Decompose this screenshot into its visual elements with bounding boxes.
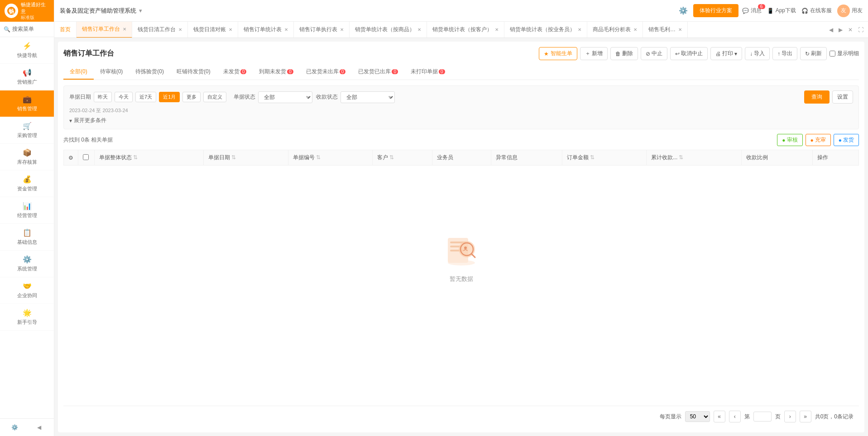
query-btn[interactable]: 查询 xyxy=(804,90,830,104)
date-btn-more[interactable]: 更多 xyxy=(182,92,201,102)
tab-close-order-exec[interactable]: ✕ xyxy=(340,27,344,32)
delete-btn[interactable]: 🗑 删除 xyxy=(610,47,638,60)
user-btn[interactable]: 友 用友 xyxy=(837,5,863,17)
tab-sales-staff[interactable]: 销货单统计表（按业务员） ✕ xyxy=(504,22,587,38)
sidebar-search[interactable]: 🔍 搜索菜单 xyxy=(0,22,54,37)
tab-close-sales-workbench[interactable]: ✕ xyxy=(123,27,126,32)
sidebar-item-purchase[interactable]: 🛒 采购管理 xyxy=(0,117,54,144)
tab-close-order-stats[interactable]: ✕ xyxy=(284,27,288,32)
tab-order-exec[interactable]: 销售订单执行表 ✕ xyxy=(294,22,350,38)
tab-order-stats[interactable]: 销售订单统计表 ✕ xyxy=(238,22,294,38)
tab-prev-btn[interactable]: ◀ xyxy=(827,26,835,34)
sidebar-item-finance[interactable]: 💰 资金管理 xyxy=(0,171,54,197)
date-btn-custom[interactable]: 自定义 xyxy=(203,92,226,102)
print-btn[interactable]: 🖨 打印 ▾ xyxy=(710,47,742,60)
subtab-shipped-out[interactable]: 已发货已出库0 xyxy=(352,65,404,80)
tab-reconcile[interactable]: 钱货日清对账 ✕ xyxy=(188,22,238,38)
tab-daily-clear[interactable]: 钱货日清工作台 ✕ xyxy=(132,22,188,38)
subtab-wangpu-ship[interactable]: 旺铺待发货(0) xyxy=(170,65,217,80)
export-btn[interactable]: ↑ 导出 xyxy=(772,47,797,60)
col-amount[interactable]: 订单金额⇅ xyxy=(562,150,647,166)
sidebar-item-newbie[interactable]: 🌟 新手引导 xyxy=(0,304,54,331)
tab-sales-profit[interactable]: 销售毛利… ✕ xyxy=(643,22,688,38)
sidebar-item-sales[interactable]: 💼 销售管理 xyxy=(0,90,54,117)
tab-close-sales-customer[interactable]: ✕ xyxy=(495,27,499,32)
page-header: 销售订单工作台 ★ 智能生单 ＋ 新增 🗑 删除 ⊘ xyxy=(63,47,859,60)
page-number-input[interactable]: 1 xyxy=(753,412,772,422)
col-staff[interactable]: 业务员 xyxy=(432,150,491,166)
tab-close-sales-product[interactable]: ✕ xyxy=(417,27,421,32)
cancel-stop-btn[interactable]: ↩ 取消中止 xyxy=(670,47,708,60)
show-detail-input[interactable] xyxy=(830,51,835,57)
app-download-btn[interactable]: 📱 App下载 xyxy=(767,7,796,14)
col-payment[interactable]: 累计收款...⇅ xyxy=(647,150,741,166)
col-settings[interactable]: ⚙ xyxy=(64,150,78,166)
date-btn-today[interactable]: 今天 xyxy=(115,92,133,102)
select-all-checkbox[interactable] xyxy=(83,154,89,160)
tab-maximize-btn[interactable]: ⛶ xyxy=(856,26,865,34)
collapse-sidebar-btn[interactable]: ◀ xyxy=(28,422,51,432)
import-btn[interactable]: ↓ 导入 xyxy=(745,47,770,60)
subtab-pending-check[interactable]: 待拣验货(0) xyxy=(129,65,170,80)
date-btn-yesterday[interactable]: 昨天 xyxy=(94,92,112,102)
sidebar-item-basic[interactable]: 📋 基础信息 xyxy=(0,224,54,251)
sidebar-item-inventory[interactable]: 📦 库存核算 xyxy=(0,144,54,171)
approve-btn[interactable]: ● 审核 xyxy=(777,134,802,146)
tab-sales-product[interactable]: 销货单统计表（按商品） ✕ xyxy=(350,22,427,38)
col-number[interactable]: 单据编号⇅ xyxy=(288,150,373,166)
subtab-overdue-ship[interactable]: 到期未发货0 xyxy=(253,65,300,80)
sidebar-item-enterprise[interactable]: 🤝 企业协同 xyxy=(0,277,54,304)
subtab-all[interactable]: 全部(0) xyxy=(63,65,94,80)
sidebar-item-marketing[interactable]: 📢 营销推广 xyxy=(0,64,54,90)
page-size-select[interactable]: 10 20 50 100 xyxy=(685,411,710,422)
next-page-btn[interactable]: › xyxy=(784,411,796,422)
smart-create-btn[interactable]: ★ 智能生单 xyxy=(539,47,577,60)
message-btn[interactable]: 💬 6 消息 xyxy=(742,7,762,14)
sidebar-item-operations[interactable]: 📊 经营管理 xyxy=(0,197,54,224)
tab-gross-analysis[interactable]: 商品毛利分析表 ✕ xyxy=(587,22,643,38)
add-btn[interactable]: ＋ 新增 xyxy=(580,47,608,60)
subtab-not-shipped[interactable]: 未发货0 xyxy=(217,65,253,80)
refresh-btn[interactable]: ↻ 刷新 xyxy=(800,47,827,60)
table-actions: ● 审核 ● 充审 ● 发货 xyxy=(777,134,859,146)
subtab-pending-review[interactable]: 待审核(0) xyxy=(94,65,129,80)
show-detail-checkbox[interactable]: 显示明细 xyxy=(830,50,859,57)
gear-icon-topbar[interactable]: ⚙️ xyxy=(679,6,688,15)
tab-home[interactable]: 首页 xyxy=(54,22,77,38)
last-page-btn[interactable]: » xyxy=(800,411,811,422)
tab-close-gross-analysis[interactable]: ✕ xyxy=(633,27,637,32)
sidebar-item-quick-nav[interactable]: ⚡ 快捷导航 xyxy=(0,37,54,64)
sales-icon: 💼 xyxy=(23,95,32,104)
tab-close-sales-profit[interactable]: ✕ xyxy=(678,27,682,32)
online-service-btn[interactable]: 🎧 在线客服 xyxy=(801,7,832,14)
prev-page-btn[interactable]: ‹ xyxy=(729,411,741,422)
col-date[interactable]: 单据日期⇅ xyxy=(204,150,288,166)
industry-btn[interactable]: 体验行业方案 xyxy=(693,4,739,17)
tab-close-all-btn[interactable]: ✕ xyxy=(846,26,854,34)
tab-next-btn[interactable]: ▶ xyxy=(837,26,844,34)
date-btn-1month[interactable]: 近1月 xyxy=(159,92,180,102)
tab-sales-workbench[interactable]: 销售订单工作台 ✕ xyxy=(77,22,132,38)
setting-btn[interactable]: 设置 xyxy=(832,90,853,104)
col-check[interactable] xyxy=(78,150,95,166)
payment-select[interactable]: 全部 xyxy=(340,91,395,103)
col-customer[interactable]: 客户⇅ xyxy=(373,150,432,166)
ship-dot: ● xyxy=(839,137,842,143)
tab-sales-customer[interactable]: 销货单统计表（按客户） ✕ xyxy=(427,22,504,38)
tab-close-reconcile[interactable]: ✕ xyxy=(229,27,232,32)
tab-close-daily-clear[interactable]: ✕ xyxy=(178,27,182,32)
subtab-not-printed[interactable]: 未打印单据0 xyxy=(404,65,451,80)
expand-filter-btn[interactable]: ▾ 展开更多条件 xyxy=(69,117,853,124)
subtab-shipped-not-out[interactable]: 已发货未出库0 xyxy=(300,65,352,80)
stop-btn[interactable]: ⊘ 中止 xyxy=(641,47,667,60)
reject-btn[interactable]: ● 充审 xyxy=(806,134,831,146)
ship-btn[interactable]: ● 发货 xyxy=(834,134,859,146)
tab-close-sales-staff[interactable]: ✕ xyxy=(578,27,581,32)
first-page-btn[interactable]: « xyxy=(714,411,725,422)
status-select[interactable]: 全部 xyxy=(258,91,312,103)
sidebar-item-system[interactable]: ⚙️ 系统管理 xyxy=(0,251,54,277)
date-btn-7days[interactable]: 近7天 xyxy=(135,92,156,102)
msg-badge: 6 xyxy=(758,4,765,9)
settings-bottom-btn[interactable]: ⚙️ xyxy=(4,422,26,432)
topbar-dropdown-icon[interactable]: ▾ xyxy=(139,7,142,14)
